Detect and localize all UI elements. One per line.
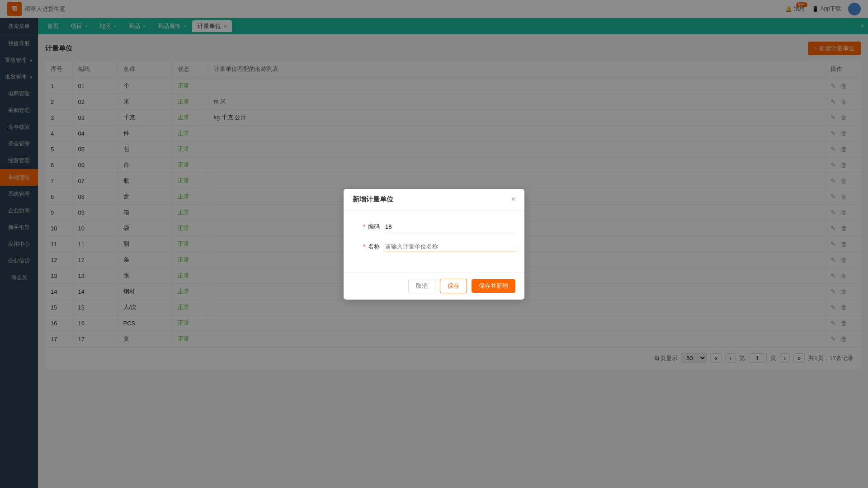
required-mark: *: [363, 243, 365, 250]
form-row-name: * 名称: [353, 241, 515, 252]
modal-header: 新增计量单位 ×: [344, 189, 524, 211]
code-input[interactable]: [385, 221, 515, 232]
modal-footer: 取消 保存 保存并新增: [344, 272, 524, 300]
modal-body: * 编码 * 名称: [344, 211, 524, 272]
cancel-button[interactable]: 取消: [408, 279, 435, 293]
required-mark: *: [363, 223, 365, 230]
modal-close-button[interactable]: ×: [511, 195, 515, 203]
form-row-code: * 编码: [353, 221, 515, 232]
code-label: * 编码: [353, 223, 380, 231]
app-container: 稻 稻草人进货生意 🔔 消息 99+ 📱 App下载 搜索菜单 快捷导航: [0, 0, 868, 488]
name-input[interactable]: [385, 241, 515, 252]
add-unit-modal: 新增计量单位 × * 编码 * 名称: [344, 189, 524, 300]
save-button[interactable]: 保存: [440, 279, 467, 293]
modal-title: 新增计量单位: [353, 195, 393, 204]
save-and-new-button[interactable]: 保存并新增: [472, 279, 515, 293]
modal-overlay: 新增计量单位 × * 编码 * 名称: [0, 0, 868, 488]
name-label: * 名称: [353, 243, 380, 251]
